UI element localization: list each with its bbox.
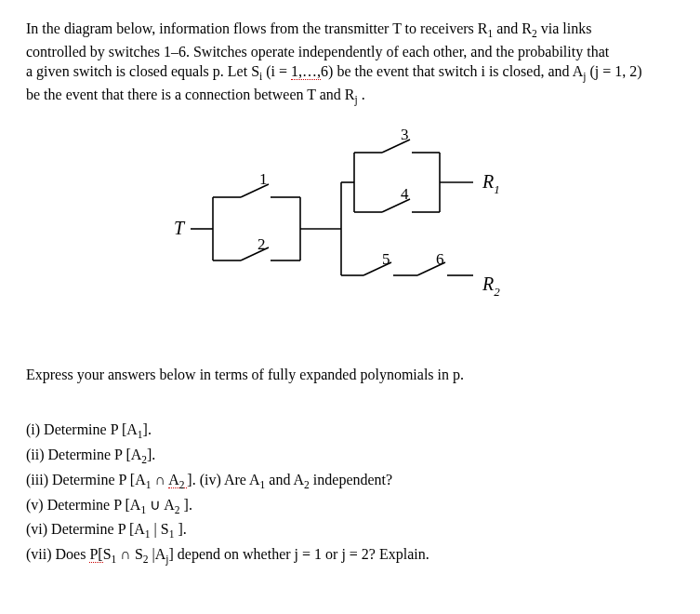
text: (i) Determine P [A bbox=[26, 421, 138, 437]
label-switch-5: 5 bbox=[382, 250, 390, 268]
question-i: (i) Determine P [A1]. bbox=[26, 420, 674, 443]
text: 6) be the event that switch i is closed,… bbox=[321, 63, 583, 79]
text: . bbox=[358, 87, 365, 102]
text: ]. bbox=[174, 521, 186, 537]
intro-line-3: a given switch is closed equals p. Let S… bbox=[26, 61, 674, 85]
label-switch-4: 4 bbox=[401, 185, 409, 203]
label-switch-1: 1 bbox=[259, 170, 268, 188]
question-ii: (ii) Determine P [A2]. bbox=[26, 445, 674, 468]
text: A bbox=[168, 472, 179, 487]
circuit-diagram: T 1 2 3 4 5 6 R1 R2 bbox=[26, 125, 674, 320]
intro-line-2: controlled by switches 1–6. Switches ope… bbox=[26, 42, 674, 62]
text: ]. bbox=[180, 497, 192, 513]
diagram-svg: T 1 2 3 4 5 6 R1 R2 bbox=[155, 125, 546, 320]
text: ∩ S bbox=[116, 546, 142, 562]
problem-intro: In the diagram below, information flows … bbox=[26, 19, 674, 108]
text: ]. (iv) Are A bbox=[187, 472, 259, 487]
text: (i = bbox=[262, 63, 291, 79]
question-vi: (vi) Determine P [A1 | S1 ]. bbox=[26, 519, 674, 542]
text: |A bbox=[149, 546, 166, 562]
text: ]. bbox=[147, 447, 155, 462]
text: ] depend on whether j = 1 or j = 2? Expl… bbox=[169, 546, 429, 562]
question-vii: (vii) Does P[S1 ∩ S2 |Aj] depend on whet… bbox=[26, 544, 674, 567]
intro-line-1: In the diagram below, information flows … bbox=[26, 19, 674, 42]
label-R2: R2 bbox=[482, 274, 500, 299]
question-list: (i) Determine P [A1]. (ii) Determine P [… bbox=[26, 420, 674, 567]
answer-instruction: Express your answers below in terms of f… bbox=[26, 365, 674, 385]
question-v: (v) Determine P [A1 ∪ A2 ]. bbox=[26, 495, 674, 518]
text: and R bbox=[493, 20, 532, 36]
label-switch-2: 2 bbox=[258, 235, 266, 253]
dotted-text: A2 bbox=[168, 472, 187, 488]
text: (ii) Determine P [A bbox=[26, 447, 141, 462]
text: and A bbox=[265, 472, 304, 487]
text: (iii) Determine P [A bbox=[26, 472, 146, 487]
text: ∩ bbox=[151, 472, 168, 487]
label-T: T bbox=[174, 218, 186, 238]
text: be the event that there is a connection … bbox=[26, 87, 355, 102]
text: (vii) Does bbox=[26, 546, 89, 562]
text: ∪ A bbox=[146, 497, 175, 513]
label-switch-6: 6 bbox=[436, 250, 444, 268]
text: | S bbox=[151, 521, 169, 537]
text: a given switch is closed equals p. Let S bbox=[26, 63, 259, 79]
text: (vi) Determine P [A bbox=[26, 521, 145, 537]
label-R1: R1 bbox=[482, 171, 500, 196]
text: ]. bbox=[143, 421, 152, 437]
text: In the diagram below, information flows … bbox=[26, 20, 487, 36]
question-iii-iv: (iii) Determine P [A1 ∩ A2 ]. (iv) Are A… bbox=[26, 470, 674, 493]
text: (v) Determine P [A bbox=[26, 497, 140, 513]
text: S bbox=[103, 546, 112, 562]
text: (j = 1, 2) bbox=[586, 63, 641, 79]
dotted-text: P[ bbox=[89, 546, 102, 563]
text: via links bbox=[537, 20, 592, 36]
label-switch-3: 3 bbox=[401, 126, 409, 143]
intro-line-4: be the event that there is a connection … bbox=[26, 85, 674, 108]
text: independent? bbox=[310, 472, 392, 487]
dotted-text: 1,…, bbox=[291, 63, 321, 80]
